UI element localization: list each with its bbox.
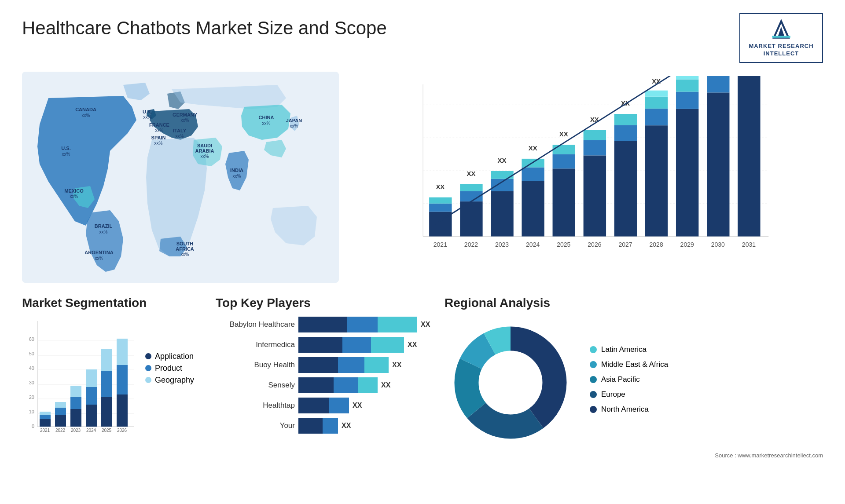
svg-text:2028: 2028	[650, 241, 663, 248]
svg-rect-119	[40, 415, 51, 419]
svg-text:ITALY: ITALY	[173, 128, 187, 133]
svg-text:U.S.: U.S.	[61, 146, 70, 151]
europe-dot	[590, 391, 597, 398]
svg-text:20: 20	[29, 394, 34, 400]
svg-text:ARGENTINA: ARGENTINA	[84, 250, 113, 255]
legend-middle-east: Middle East & Africa	[590, 360, 823, 369]
svg-text:0: 0	[32, 424, 34, 429]
asia-pacific-label: Asia Pacific	[601, 375, 640, 384]
north-america-dot	[590, 406, 597, 413]
svg-text:SOUTH: SOUTH	[176, 241, 194, 246]
svg-text:BRAZIL: BRAZIL	[95, 223, 113, 229]
legend-north-america: North America	[590, 405, 823, 414]
svg-text:xx%: xx%	[176, 134, 184, 139]
svg-rect-43	[429, 204, 452, 212]
svg-rect-52	[491, 171, 513, 179]
svg-point-147	[480, 352, 541, 413]
player-bar	[298, 377, 378, 393]
player-value: XX	[392, 361, 401, 369]
geography-label: Geography	[155, 376, 194, 385]
svg-rect-85	[738, 76, 760, 237]
player-value: XX	[353, 402, 362, 409]
players-list: Babylon Healthcare XX Infermedica	[216, 317, 436, 434]
svg-text:xx%: xx%	[62, 152, 70, 157]
svg-rect-134	[101, 397, 112, 427]
svg-rect-80	[707, 92, 729, 236]
top-section: CANADA xx% U.S. xx% MEXICO xx% BRAZIL xx…	[22, 72, 823, 283]
bar-seg2	[323, 418, 338, 434]
svg-text:JAPAN: JAPAN	[286, 118, 302, 123]
svg-text:xx%: xx%	[143, 115, 152, 120]
regional-content: Latin America Middle East & Africa Asia …	[445, 317, 823, 449]
donut-svg	[445, 317, 577, 449]
geography-dot	[145, 377, 151, 383]
svg-text:CANADA: CANADA	[75, 107, 96, 112]
player-row: Babylon Healthcare XX	[216, 317, 436, 332]
player-bar-container: XX	[298, 377, 390, 393]
svg-text:2022: 2022	[55, 428, 66, 433]
donut-chart	[445, 317, 577, 449]
svg-text:2021: 2021	[434, 241, 447, 248]
svg-rect-62	[584, 155, 606, 236]
bar-seg1	[298, 418, 323, 434]
svg-text:10: 10	[29, 409, 34, 414]
svg-rect-128	[70, 386, 81, 397]
player-bar-container: XX	[298, 398, 362, 413]
latin-america-label: Latin America	[601, 345, 647, 354]
bar-seg1	[298, 337, 342, 353]
svg-text:XX: XX	[467, 170, 475, 177]
svg-text:2026: 2026	[588, 241, 601, 248]
svg-text:GERMANY: GERMANY	[173, 112, 198, 117]
bar-seg2	[342, 337, 371, 353]
player-bar	[298, 418, 338, 434]
header: Healthcare Chatbots Market Size and Scop…	[22, 13, 823, 63]
svg-rect-55	[522, 167, 544, 181]
player-bar-container: XX	[298, 357, 401, 373]
svg-text:AFRICA: AFRICA	[176, 246, 194, 252]
svg-rect-130	[86, 405, 97, 427]
svg-rect-126	[70, 409, 81, 427]
svg-text:SAUDI: SAUDI	[197, 143, 212, 148]
map-svg: CANADA xx% U.S. xx% MEXICO xx% BRAZIL xx…	[22, 72, 339, 283]
svg-rect-58	[553, 168, 575, 236]
bar-seg1	[298, 398, 329, 413]
player-bar-container: XX	[298, 337, 417, 353]
svg-rect-131	[86, 387, 97, 405]
bar-seg2	[329, 398, 349, 413]
svg-rect-140	[117, 339, 128, 365]
svg-text:XX: XX	[436, 183, 445, 190]
player-row: Buoy Health XX	[216, 357, 436, 373]
svg-rect-54	[522, 181, 544, 236]
svg-rect-44	[429, 197, 452, 204]
application-dot	[145, 353, 151, 359]
svg-rect-139	[117, 365, 128, 394]
svg-rect-50	[491, 191, 513, 237]
svg-rect-136	[101, 349, 112, 371]
svg-rect-73	[645, 90, 668, 96]
svg-rect-48	[460, 184, 482, 191]
player-bar-container: XX	[298, 418, 351, 434]
legend-europe: Europe	[590, 390, 823, 399]
player-row: Healthtap XX	[216, 398, 436, 413]
bar-seg1	[298, 357, 338, 373]
logo: MARKET RESEARCH INTELLECT	[739, 13, 823, 63]
player-name: Babylon Healthcare	[216, 320, 295, 329]
player-bar	[298, 337, 404, 353]
product-dot	[145, 365, 151, 371]
legend-asia-pacific: Asia Pacific	[590, 375, 823, 384]
player-name: Buoy Health	[216, 361, 295, 369]
logo-text: MARKET RESEARCH INTELLECT	[747, 43, 816, 58]
svg-text:2024: 2024	[526, 241, 540, 248]
svg-text:xx%: xx%	[82, 113, 90, 118]
svg-text:CHINA: CHINA	[259, 115, 274, 120]
svg-text:XX: XX	[559, 130, 568, 138]
svg-rect-68	[614, 114, 637, 125]
svg-text:2025: 2025	[557, 241, 570, 248]
player-value: XX	[408, 341, 417, 349]
bottom-section: Market Segmentation 0 10 20 30 40 50 60	[22, 296, 823, 504]
player-row: Infermedica XX	[216, 337, 436, 353]
regional-panel: Regional Analysis	[445, 296, 823, 504]
logo-icon	[770, 18, 792, 40]
svg-rect-81	[707, 76, 729, 92]
svg-text:xx%: xx%	[95, 256, 103, 261]
